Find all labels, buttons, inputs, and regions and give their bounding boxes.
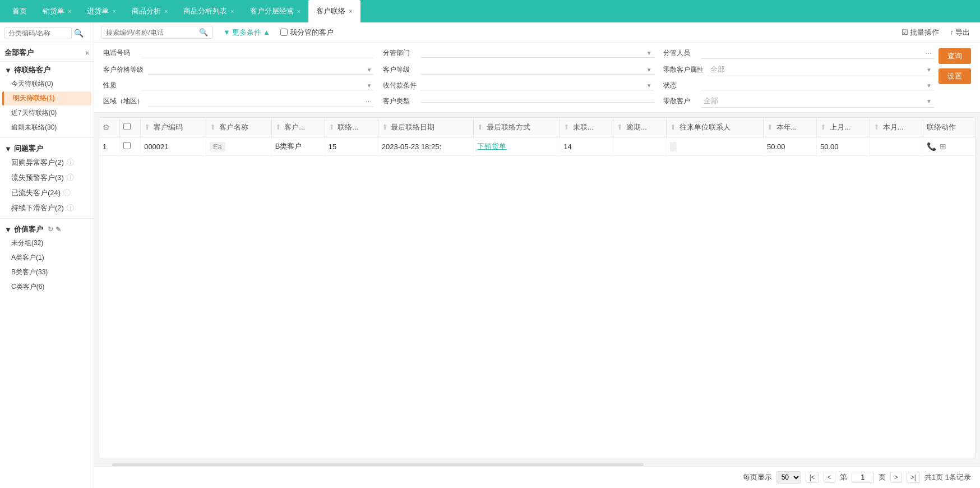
dept-caret: ▼ (646, 50, 652, 56)
next-page-btn[interactable]: > (890, 472, 902, 483)
col-contact-count: ⬆ 联络... (325, 118, 378, 137)
nav-customer-contact[interactable]: 客户联络 × (308, 0, 360, 22)
sidebar-item-7days-contact[interactable]: 近7天待联络(0) (2, 106, 91, 120)
manager-select[interactable]: ··· (701, 47, 934, 59)
checkbox-icon: ☑ (902, 28, 908, 36)
sidebar-item-abnormal-repurchase[interactable]: 回购异常客户(2) ⓘ (2, 155, 91, 170)
cell-last-date: 2023-05-23 18:25: (378, 137, 474, 156)
sidebar-item-today-contact[interactable]: 今天待联络(0) (2, 77, 91, 91)
filter-actions: ☑ 批量操作 ↑ 导出 (898, 26, 974, 39)
refresh-icon[interactable]: ↻ (48, 225, 53, 233)
close-customer-contact-icon[interactable]: × (349, 8, 352, 15)
retail-attr-select[interactable]: 全部 ▼ (708, 63, 934, 76)
close-product-analysis-list-icon[interactable]: × (230, 8, 234, 15)
filter-buttons: 查询 设置 (939, 47, 971, 108)
my-customers-filter[interactable]: 我分管的客户 (280, 27, 334, 38)
export-btn[interactable]: ↑ 导出 (947, 26, 974, 39)
group-title-problem[interactable]: ▼ 问题客户 (0, 140, 94, 155)
batch-ops-btn[interactable]: ☑ 批量操作 (898, 26, 942, 39)
price-grade-select[interactable]: ▼ (148, 66, 374, 75)
prev-page-btn[interactable]: < (824, 472, 835, 483)
filter-bar: 🔍 ▼ 更多条件 ▲ 我分管的客户 ☑ 批量操作 ↑ 导出 (94, 22, 980, 43)
filter-field-dept: 分管部门 ▼ (383, 48, 654, 58)
sidebar-item-ungrouped[interactable]: 未分组(32) (2, 236, 91, 250)
settings-btn[interactable]: 设置 (939, 68, 971, 84)
col-last-contact-method: ⬆ 最后联络方式 (474, 118, 560, 137)
close-purchase-order-icon[interactable]: × (112, 8, 115, 15)
nature-select[interactable]: ▼ (141, 81, 374, 90)
payment-select[interactable]: ▼ (421, 81, 654, 90)
page-number-input[interactable] (852, 472, 874, 483)
sidebar-item-churn-warning[interactable]: 流失预警客户(3) ⓘ (2, 171, 91, 185)
sidebar-item-tomorrow-contact[interactable]: 明天待联络(1) (2, 91, 91, 105)
sidebar-item-class-a[interactable]: A类客户(1) (2, 251, 91, 265)
table-gear-icon[interactable]: ⚙ (103, 123, 110, 132)
close-product-analysis-icon[interactable]: × (164, 8, 168, 15)
more-conditions-btn[interactable]: ▼ 更多条件 ▲ (220, 26, 274, 39)
col-type-label: 客户... (284, 123, 305, 131)
status-select[interactable]: ▼ (701, 81, 934, 90)
action-phone-icon[interactable]: 📞 (927, 142, 936, 151)
col-checkbox (119, 118, 140, 137)
col-last-date-label: 最后联络日期 (391, 123, 434, 131)
edit-icon[interactable]: ✎ (56, 225, 61, 233)
nav-purchase-order[interactable]: 进货单 × (79, 0, 123, 22)
sidebar-item-class-b[interactable]: B类客户(33) (2, 265, 91, 279)
action-menu-icon[interactable]: ⊞ (940, 142, 946, 151)
row-checkbox[interactable] (123, 142, 131, 149)
nav-home[interactable]: 首页 (4, 0, 35, 22)
select-all-checkbox[interactable] (123, 123, 131, 130)
region-select[interactable]: ··· (148, 95, 374, 107)
dept-select[interactable]: ▼ (421, 49, 654, 58)
group-title-pending[interactable]: ▼ 待联络客户 (0, 62, 94, 76)
close-customer-tier-icon[interactable]: × (297, 8, 301, 15)
sidebar-search-icon[interactable]: 🔍 (74, 29, 84, 38)
col-last-month: ⬆ 上月... (817, 118, 870, 137)
cell-overdue (613, 137, 667, 156)
query-btn[interactable]: 查询 (939, 48, 971, 64)
sidebar-item-declining[interactable]: 持续下滑客户(2) ⓘ (2, 201, 91, 215)
sidebar-item-class-c[interactable]: C类客户(6) (2, 280, 91, 294)
main-search-input[interactable] (106, 29, 197, 36)
col-uncontacted-label: 未联... (573, 123, 594, 131)
manager-dots[interactable]: ··· (925, 48, 932, 57)
customer-grade-select[interactable]: ▼ (421, 66, 654, 75)
close-sales-order-icon[interactable]: × (68, 8, 71, 15)
nav-product-analysis-list[interactable]: 商品分析列表 × (175, 0, 242, 22)
sidebar-item-overdue-contact[interactable]: 逾期未联络(30) (2, 121, 91, 135)
sidebar-all-customers[interactable]: 全部客户 « (0, 44, 94, 62)
cell-action: 📞 ⊞ (923, 137, 975, 156)
group-title-value[interactable]: ▼ 价值客户 ↻ ✎ (0, 221, 94, 236)
customer-type-select[interactable] (421, 100, 654, 103)
phone-input[interactable] (141, 48, 374, 58)
first-page-btn[interactable]: |< (806, 472, 819, 483)
info-icon-declining: ⓘ (67, 204, 74, 212)
total-info: 共1页 1条记录 (924, 472, 971, 482)
table-row: 1 000021 Ea B类客户 15 2023-05-23 18:25: 下销… (99, 137, 975, 156)
sidebar-search-input[interactable] (4, 27, 72, 39)
price-grade-caret: ▼ (366, 67, 372, 73)
col-last-date-sort: ⬆ (382, 123, 388, 131)
region-dots[interactable]: ··· (366, 96, 372, 105)
per-page-select[interactable]: 50 (776, 471, 801, 484)
group-problem-label: 问题客户 (14, 144, 43, 154)
nav-product-analysis[interactable]: 商品分析 × (124, 0, 175, 22)
content-area: 🔍 ▼ 更多条件 ▲ 我分管的客户 ☑ 批量操作 ↑ 导出 (94, 22, 980, 488)
main-search-area[interactable]: 🔍 (101, 26, 213, 39)
nav-customer-tier[interactable]: 客户分层经营 × (242, 0, 308, 22)
sidebar-group-value: ▼ 价值客户 ↻ ✎ 未分组(32) A类客户(1) B类客户(33) C类客户… (0, 221, 94, 294)
col-code-label: 客户编码 (154, 123, 183, 131)
my-customers-checkbox[interactable] (280, 29, 288, 36)
last-page-btn[interactable]: >| (907, 472, 920, 483)
col-contact-person: ⬆ 往来单位联系人 (667, 118, 764, 137)
sidebar-collapse-icon[interactable]: « (85, 49, 89, 57)
filter-field-retail-attr: 零散客户属性 全部 ▼ (663, 63, 934, 76)
retail-customer-select[interactable]: 全部 ▼ (701, 95, 934, 108)
last-method-link[interactable]: 下销货单 (477, 142, 506, 150)
customer-grade-caret: ▼ (646, 67, 652, 73)
sidebar-item-churned[interactable]: 已流失客户(24) ⓘ (2, 186, 91, 200)
nav-sales-order[interactable]: 销货单 × (35, 0, 79, 22)
main-search-icon[interactable]: 🔍 (199, 28, 208, 36)
col-uncontacted-sort: ⬆ (563, 123, 570, 131)
filter-field-payment: 收付款条件 ▼ (383, 81, 654, 90)
